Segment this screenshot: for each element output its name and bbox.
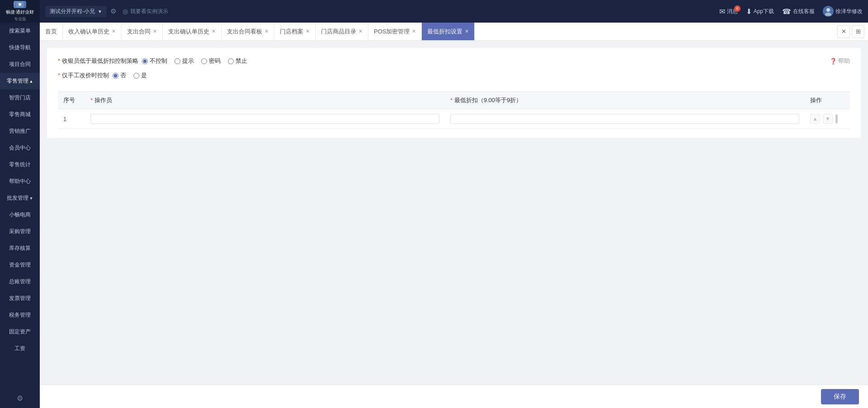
- online-service-button[interactable]: ☎ 在线客服: [782, 7, 815, 16]
- online-service-label: 在线客服: [793, 8, 815, 15]
- project-selector[interactable]: 测试分开开程-小兄 ▼: [45, 6, 107, 17]
- tab-store-catalog[interactable]: 门店商品目录 ✕: [316, 23, 368, 41]
- sidebar-item-wholesale-mgmt[interactable]: 批发管理 ▼: [0, 190, 40, 206]
- topbar: 测试分开开程-小兄 ▼ ⚙ ◎ 我要看实例演示 ✉ 消息 8 ⬇ App下载 ☎…: [40, 0, 868, 23]
- tabs-bar: 首页 收入确认单历史 ✕ 支出合同 ✕ 支出确认单历史 ✕ 支出合同看板 ✕ 门…: [40, 23, 868, 41]
- sidebar-item-ecommerce[interactable]: 小畅电商: [0, 206, 40, 223]
- sidebar-item-fixed-assets[interactable]: 固定资产: [0, 324, 40, 340]
- download-icon: ⬇: [746, 7, 752, 16]
- sidebar-item-search[interactable]: 搜索菜单: [0, 23, 40, 39]
- policy-radio-group: 不控制 提示 密码 禁止: [142, 57, 247, 65]
- tab-close-pos-password[interactable]: ✕: [412, 28, 416, 34]
- row-drag-handle[interactable]: [835, 114, 838, 123]
- sidebar: 畅捷·通好业财 专业版 搜索菜单 快捷导航 项目合同 零售管理 ▲ 智营门店 零…: [0, 0, 40, 408]
- policy-no-control[interactable]: 不控制: [142, 57, 167, 65]
- row-min-discount[interactable]: [445, 109, 805, 129]
- settings-icon[interactable]: ⚙: [0, 389, 40, 408]
- logo-icon: [14, 1, 26, 8]
- sidebar-item-online-mall[interactable]: 零售商城: [0, 106, 40, 123]
- sidebar-item-inventory[interactable]: 库存核算: [0, 240, 40, 257]
- tab-store-archive[interactable]: 门店档案 ✕: [274, 23, 316, 41]
- avatar: [823, 6, 834, 17]
- sidebar-item-salary[interactable]: 工资: [0, 340, 40, 357]
- discount-table-container: 序号 * 操作员 * 最低折扣（9.00等于9折） 操作 1: [58, 86, 850, 129]
- row-actions: ▲ ▼: [805, 109, 850, 129]
- min-discount-input[interactable]: [450, 114, 799, 124]
- demo-icon: ◎: [123, 8, 128, 15]
- sidebar-item-retail-stats[interactable]: 零售统计: [0, 156, 40, 173]
- sidebar-item-invoice-mgmt[interactable]: 发票管理: [0, 290, 40, 307]
- tab-close-store-catalog[interactable]: ✕: [359, 28, 363, 34]
- messages-button[interactable]: ✉ 消息 8: [719, 7, 738, 16]
- sidebar-item-member-center[interactable]: 会员中心: [0, 140, 40, 156]
- tab-close-payment-contract[interactable]: ✕: [153, 28, 157, 34]
- tab-close-payment-confirm[interactable]: ✕: [212, 28, 216, 34]
- demo-link[interactable]: ◎ 我要看实例演示: [123, 8, 168, 15]
- logo-text: 畅捷·通好业财: [6, 9, 34, 15]
- tab-home[interactable]: 首页: [40, 23, 63, 41]
- sidebar-retail-label: 零售管理: [7, 77, 28, 85]
- messages-badge: 8: [734, 5, 741, 12]
- policy-prompt[interactable]: 提示: [175, 57, 194, 65]
- th-operator: * 操作员: [85, 92, 445, 109]
- sidebar-item-marketing[interactable]: 营销推广: [0, 123, 40, 140]
- row-operator[interactable]: [85, 109, 445, 129]
- tab-payment-contract[interactable]: 支出合同 ✕: [122, 23, 163, 41]
- sidebar-item-quick-nav[interactable]: 快捷导航: [0, 39, 40, 56]
- tab-payment-board[interactable]: 支出合同看板 ✕: [222, 23, 274, 41]
- row-move-down-button[interactable]: ▼: [823, 114, 833, 124]
- message-icon: ✉: [719, 7, 725, 16]
- page-content: 收银员低于最低折扣控制策略 不控制 提示 密码: [40, 41, 868, 385]
- row-move-up-button[interactable]: ▲: [810, 114, 820, 124]
- user-profile-button[interactable]: 徐泽华修改: [823, 6, 863, 17]
- th-seq: 序号: [58, 92, 85, 109]
- tab-close-payment-board[interactable]: ✕: [264, 28, 269, 34]
- tab-pos-password[interactable]: POS加密管理 ✕: [368, 23, 422, 41]
- discount-table: 序号 * 操作员 * 最低折扣（9.00等于9折） 操作 1: [58, 91, 850, 129]
- tab-close-store-archive[interactable]: ✕: [306, 28, 310, 34]
- settings-gear-icon[interactable]: ⚙: [110, 7, 116, 15]
- sidebar-item-general-ledger[interactable]: 总账管理: [0, 273, 40, 290]
- svg-point-2: [826, 8, 830, 12]
- policy-password[interactable]: 密码: [201, 57, 221, 65]
- tab-payment-confirm[interactable]: 支出确认单历史 ✕: [163, 23, 222, 41]
- manual-label: 仅手工改价时控制: [58, 71, 109, 80]
- svg-point-3: [825, 13, 831, 16]
- sidebar-item-tax-mgmt[interactable]: 税务管理: [0, 307, 40, 324]
- sidebar-item-finance[interactable]: 资金管理: [0, 257, 40, 273]
- sidebar-item-purchase-mgmt[interactable]: 采购管理: [0, 223, 40, 240]
- tab-menu-button[interactable]: ⊞: [852, 25, 864, 38]
- manual-yes[interactable]: 是: [133, 71, 147, 80]
- topbar-right: ✉ 消息 8 ⬇ App下载 ☎ 在线客服 徐泽华修改: [719, 6, 863, 17]
- tab-close-income-confirm[interactable]: ✕: [112, 28, 116, 34]
- project-name: 测试分开开程-小兄: [50, 8, 95, 15]
- demo-label: 我要看实例演示: [130, 8, 168, 15]
- sidebar-item-smart-store[interactable]: 智营门店: [0, 89, 40, 106]
- app-download-button[interactable]: ⬇ App下载: [746, 7, 774, 16]
- chevron-down-icon: ▼: [29, 196, 33, 201]
- tab-income-confirm[interactable]: 收入确认单历史 ✕: [63, 23, 122, 41]
- policy-forbidden[interactable]: 禁止: [228, 57, 247, 65]
- sidebar-item-project-contract[interactable]: 项目合同: [0, 56, 40, 73]
- sidebar-item-retail-mgmt[interactable]: 零售管理 ▲: [0, 73, 40, 89]
- tab-close-current-button[interactable]: ✕: [837, 25, 850, 38]
- chevron-up-icon: ▲: [29, 79, 33, 84]
- save-button[interactable]: 保存: [821, 389, 859, 404]
- main-area: 测试分开开程-小兄 ▼ ⚙ ◎ 我要看实例演示 ✉ 消息 8 ⬇ App下载 ☎…: [40, 0, 868, 408]
- sidebar-logo: 畅捷·通好业财 专业版: [0, 0, 40, 23]
- help-button[interactable]: ❓ 帮助: [830, 57, 850, 65]
- operator-input[interactable]: [90, 114, 439, 124]
- settings-panel: 收银员低于最低折扣控制策略 不控制 提示 密码: [47, 48, 861, 138]
- sidebar-search-label: 搜索菜单: [9, 27, 31, 35]
- manual-radio-group: 否 是: [113, 71, 147, 80]
- tab-min-discount[interactable]: 最低折扣设置 ✕: [422, 23, 475, 41]
- tab-close-min-discount[interactable]: ✕: [465, 28, 469, 34]
- bottom-bar: 保存: [40, 385, 868, 408]
- manual-row: 仅手工改价时控制 否 是: [58, 71, 850, 80]
- sidebar-item-help-center[interactable]: 帮助中心: [0, 173, 40, 190]
- help-icon: ❓: [830, 58, 837, 65]
- policy-label: 收银员低于最低折扣控制策略: [58, 57, 138, 65]
- manual-no[interactable]: 否: [113, 71, 126, 80]
- row-action-buttons: ▲ ▼: [810, 114, 844, 124]
- caret-down-icon: ▼: [98, 9, 102, 14]
